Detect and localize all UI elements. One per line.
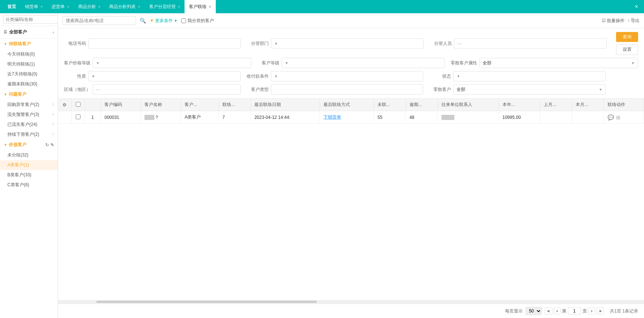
nature-select[interactable]: ▼	[88, 71, 241, 81]
nav-purchase[interactable]: 进货单 ×	[47, 0, 74, 13]
td-overdue: 48	[405, 111, 437, 124]
grid-icon: ⠿	[4, 30, 7, 35]
status-select[interactable]: ▼	[453, 71, 606, 81]
manager-input[interactable]: ···	[454, 38, 607, 49]
sidebar-item-declining[interactable]: 持续下滑客户(2) ?	[0, 130, 58, 139]
customer-type-input[interactable]	[271, 84, 423, 95]
nav-sales[interactable]: 销货单 ×	[21, 0, 47, 13]
col-overdue[interactable]: : 逾期...	[405, 99, 437, 111]
problem-customers-section[interactable]: ▼ 问题客户	[0, 89, 58, 100]
dept-select[interactable]: ▼	[271, 38, 423, 49]
prev-page-btn[interactable]: ‹	[554, 307, 561, 315]
col-contact-count[interactable]: : 联络...	[218, 99, 250, 111]
col-code[interactable]: : 客户编码	[101, 99, 141, 111]
sidebar-item-7days[interactable]: 近7天待联络(0)	[0, 69, 58, 79]
customer-tier-select[interactable]: ▼	[282, 58, 445, 68]
batch-operation-btn[interactable]: ☑ 批量操作	[602, 18, 625, 24]
refresh-icon[interactable]: ↻	[45, 142, 49, 148]
sidebar-item-a-class[interactable]: A类客户(1)	[0, 160, 58, 170]
col-this-month[interactable]: : 本月...	[572, 99, 604, 111]
table-row: 1 000031 Ea ? A类客户 7 2023-04-12 14:44: 下…	[58, 111, 644, 124]
next-page-btn[interactable]: ›	[588, 307, 595, 315]
search-button-icon[interactable]: 🔍	[140, 18, 146, 24]
region-input[interactable]: ···	[93, 84, 241, 95]
region-label: 区域（地区）	[64, 86, 90, 93]
close-purchase-icon[interactable]: ×	[67, 4, 69, 9]
section-arrow-icon: ▼	[4, 42, 7, 46]
problem-customers-title: 问题客户	[9, 91, 26, 98]
phone-input[interactable]	[88, 38, 241, 49]
col-no	[85, 99, 101, 111]
scroll-thumb[interactable]	[96, 301, 317, 303]
close-analysis-list-icon[interactable]: ×	[138, 4, 140, 9]
sidebar-item-today[interactable]: 今天待联络(0)	[0, 49, 58, 59]
col-tier[interactable]: : 客户...	[181, 99, 219, 111]
retail-customer-label: 零散客户	[429, 86, 451, 93]
value-customers-title: 价值客户	[9, 142, 26, 148]
horizontal-scrollbar[interactable]	[58, 300, 644, 304]
sidebar-item-repurchase-abnormal[interactable]: 回购异常客户(2) ?	[0, 100, 58, 110]
edit-icon[interactable]: ✎	[50, 142, 54, 148]
last-page-btn[interactable]: »	[597, 307, 604, 315]
sidebar-item-churn-warning[interactable]: 流失预警客户(3) ?	[0, 110, 58, 120]
col-this-year[interactable]: : 本年...	[498, 99, 540, 111]
nav-customer-contact[interactable]: 客户联络 ×	[185, 0, 215, 13]
payment-select[interactable]: ▼	[271, 71, 423, 81]
sidebar-item-b-class[interactable]: B类客户(33)	[0, 170, 58, 180]
td-check[interactable]	[71, 111, 85, 124]
first-page-btn[interactable]: «	[545, 307, 552, 315]
sidebar-collapse-btn[interactable]: ‹	[53, 30, 54, 35]
sidebar-item-churned[interactable]: 已流失客户(24) ?	[0, 120, 58, 130]
close-analysis-icon[interactable]: ×	[98, 4, 100, 9]
retail-customer-select[interactable]: 全部 ▼	[453, 84, 606, 95]
nav-analysis[interactable]: 商品分析 ×	[74, 0, 105, 13]
per-page-select[interactable]: 50	[526, 307, 542, 315]
global-close-icon[interactable]: ×	[632, 3, 641, 10]
col-unit-contact[interactable]: : 往来单位联系人	[437, 99, 498, 111]
more-filter-btn[interactable]: ▼ 更多条件 ▼	[150, 18, 178, 24]
close-customer-contact-icon[interactable]: ×	[209, 4, 211, 9]
settings-button[interactable]: 设置	[616, 44, 638, 55]
export-btn[interactable]: ↑ 导出	[627, 18, 640, 24]
table-check-header[interactable]	[71, 99, 85, 111]
col-name[interactable]: : 客户名称	[141, 99, 181, 111]
sidebar-item-tomorrow[interactable]: 明天待联络(1)	[0, 59, 58, 69]
sidebar-all-customers-header[interactable]: ⠿ 全部客户 ‹	[0, 26, 58, 39]
search-input[interactable]	[62, 16, 136, 25]
sidebar-search-input[interactable]	[3, 15, 58, 24]
status-label: 状态	[429, 73, 451, 80]
row-checkbox[interactable]	[76, 114, 80, 119]
col-last-contact-method[interactable]: : 最后联络方式	[320, 99, 374, 111]
nav-analysis-list[interactable]: 商品分析列表 ×	[105, 0, 144, 13]
sidebar-item-overdue[interactable]: 逾期未联络(30)	[0, 79, 58, 89]
table-settings-header[interactable]: ⚙	[58, 99, 71, 111]
col-last-contact-date[interactable]: : 最后联络日期	[250, 99, 319, 111]
query-button[interactable]: 查询	[616, 32, 638, 42]
select-all-checkbox[interactable]	[76, 102, 80, 107]
filter-row-1: 电话号码 分管部门 ▼ 分管人员 ··· 查询 设置	[64, 32, 638, 55]
td-last-method[interactable]: 下销货单	[320, 111, 374, 124]
page-number-input[interactable]	[568, 307, 581, 315]
sidebar-item-ungrouped[interactable]: 未分组(32)	[0, 150, 58, 160]
pending-contact-section[interactable]: ▼ 待联络客户	[0, 39, 58, 49]
price-tier-select[interactable]: ▼	[93, 58, 251, 68]
td-this-month	[572, 111, 604, 124]
col-last-month[interactable]: : 上月...	[540, 99, 572, 111]
chat-icon[interactable]: 💬	[608, 114, 614, 120]
col-uncontacted[interactable]: : 未联...	[374, 99, 406, 111]
nav-home[interactable]: 首页	[3, 0, 21, 13]
my-customers-checkbox[interactable]	[181, 18, 186, 23]
sidebar-item-c-class[interactable]: C类客户(6)	[0, 180, 58, 190]
col-actions: 联络动作	[604, 99, 644, 111]
nav-customer-tier[interactable]: 客户分层经营 ×	[145, 0, 185, 13]
grid-action-icon[interactable]: ⊞	[616, 114, 620, 120]
chevron-icon8: ▼	[599, 88, 602, 92]
filter-price-tier: 客户价格等级 ▼	[64, 58, 251, 68]
price-tier-label: 客户价格等级	[64, 60, 90, 66]
close-sales-icon[interactable]: ×	[40, 4, 43, 9]
my-customers-check-area[interactable]: 我分管的客户	[181, 18, 214, 24]
filter-row-4: 区域（地区） ··· 客户类型 零散客户 全部 ▼	[64, 84, 638, 95]
close-customer-tier-icon[interactable]: ×	[178, 4, 180, 9]
retail-attr-select[interactable]: 全部 ▼	[479, 58, 638, 68]
value-customers-section[interactable]: ▼ 价值客户 ↻ ✎	[0, 139, 58, 150]
